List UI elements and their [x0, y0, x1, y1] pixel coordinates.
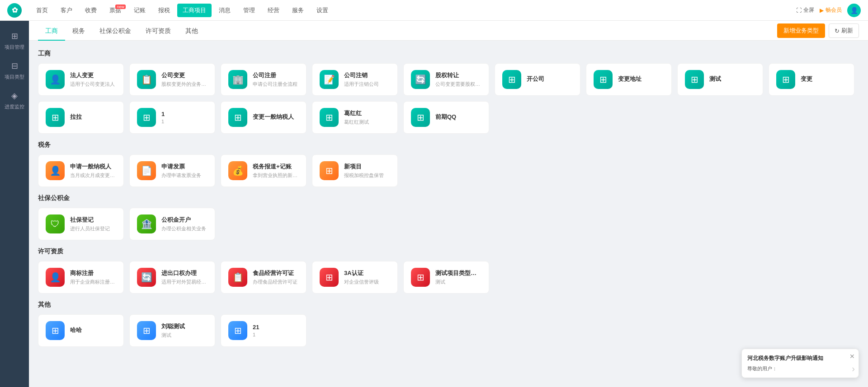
card-social-insurance-registration[interactable]: 🛡 社保登记 进行人员社保登记: [38, 208, 124, 240]
tab-license[interactable]: 许可资质: [138, 23, 178, 41]
card-equity-transfer[interactable]: 🔄 股权转让 公司变更需要股权转让: [403, 63, 489, 96]
card-icon-test: ⊞: [685, 70, 704, 89]
card-icon-company-registration: 🏢: [228, 70, 247, 89]
notification-close-button[interactable]: ✕: [849, 353, 855, 360]
section-title-license: 许可资质: [38, 247, 859, 256]
project-types-icon: ⊟: [8, 60, 21, 72]
card-icon-one: ⊞: [137, 108, 156, 127]
nav-business[interactable]: 工商项目: [177, 4, 212, 17]
nav-services[interactable]: 服务: [287, 4, 309, 17]
card-icon-company-cancellation: 📝: [320, 70, 339, 89]
tab-business[interactable]: 工商: [38, 23, 65, 41]
card-icon-housing-fund: 🏦: [137, 214, 156, 233]
cards-grid-other: ⊞ 哈哈 ⊞ 刘聪测试 测试 ⊞ 21 1: [38, 314, 859, 347]
card-icon-open-company: ⊞: [502, 70, 521, 89]
progress-monitor-icon: ◈: [8, 89, 21, 102]
app-logo: ✿: [7, 3, 22, 18]
card-icon-import-export: 🔄: [137, 268, 156, 287]
card-early-qq[interactable]: ⊞ 前期QQ: [403, 101, 489, 134]
nav-settings[interactable]: 设置: [311, 4, 334, 17]
nav-clients[interactable]: 客户: [55, 4, 78, 17]
card-icon-legal-person-change: 👤: [46, 70, 65, 89]
section-title-business: 工商: [38, 50, 859, 58]
refresh-button[interactable]: ↻ 刷新: [829, 23, 859, 38]
card-one[interactable]: ⊞ 1 1: [129, 101, 215, 134]
card-change[interactable]: ⊞ 变更: [769, 63, 854, 96]
sidebar-item-progress-monitor[interactable]: ◈ 进度监控: [0, 85, 29, 115]
card-apply-taxpayer[interactable]: 👤 申请一般纳税人 当月或次月成变更完成: [38, 154, 124, 187]
play-icon: ▶: [820, 7, 824, 14]
nav-tax[interactable]: 报税: [153, 4, 175, 17]
notification-text: 尊敬的用户：: [747, 365, 853, 373]
tab-social-insurance[interactable]: 社保公积金: [92, 23, 138, 41]
nav-admin[interactable]: 管理: [238, 4, 260, 17]
page-content: 工商 👤 法人变更 适用于公司变更法人 📋 公司变更 股权变更外的业务变更 🏢: [29, 41, 868, 361]
card-info-legal-person-change: 法人变更 适用于公司变更法人: [70, 71, 116, 88]
section-title-other: 其他: [38, 301, 859, 309]
card-legal-person-change[interactable]: 👤 法人变更 适用于公司变更法人: [38, 63, 124, 96]
card-new-project[interactable]: ⊞ 新项目 报税加税控盘保管: [312, 154, 398, 187]
card-company-change[interactable]: 📋 公司变更 股权变更外的业务变更: [129, 63, 215, 96]
user-avatar[interactable]: 👤: [847, 4, 861, 17]
section-title-social-insurance: 社保公积金: [38, 194, 859, 202]
card-trademark-registration[interactable]: 👤 商标注册 用于企业商标注册服务: [38, 261, 124, 294]
card-icon-company-change: 📋: [137, 70, 156, 89]
card-icon-haha: ⊞: [46, 321, 65, 340]
nav-operations[interactable]: 经营: [262, 4, 285, 17]
nav-menu: 首页 客户 收费 票据 new 记账 报税 工商项目 消息 管理 经营 服务 设…: [31, 4, 796, 17]
add-business-type-button[interactable]: 新增业务类型: [777, 23, 825, 38]
tab-tax[interactable]: 税务: [65, 23, 92, 41]
nav-home[interactable]: 首页: [31, 4, 53, 17]
card-apply-invoice[interactable]: 📄 申请发票 办理申请发票业务: [129, 154, 215, 187]
nav-right-actions: ⛶ 全屏 ▶ 畅会员 👤: [796, 4, 861, 17]
card-icon-equity-transfer: 🔄: [411, 70, 430, 89]
avatar-icon: 👤: [850, 7, 858, 14]
card-test-type-definition[interactable]: ⊞ 测试项目类型目定义 测试: [403, 261, 489, 294]
refresh-icon: ↻: [835, 28, 840, 34]
card-icon-early-qq: ⊞: [411, 108, 430, 127]
cards-grid-social-insurance: 🛡 社保登记 进行人员社保登记 🏦 公积金开户 办理公积金相关业务: [38, 208, 859, 240]
card-haha[interactable]: ⊞ 哈哈: [38, 314, 124, 347]
card-change-taxpayer[interactable]: ⊞ 变更一般纳税人: [221, 101, 307, 134]
card-icon-new-project: ⊞: [320, 161, 339, 180]
card-icon-tax-reporting: 💰: [228, 161, 247, 180]
nav-messages[interactable]: 消息: [213, 4, 236, 17]
card-change-address[interactable]: ⊞ 变更地址: [586, 63, 672, 96]
card-tax-reporting[interactable]: 💰 税务报道+记账 拿到营业执照的新公司: [221, 154, 307, 187]
card-test[interactable]: ⊞ 测试: [677, 63, 763, 96]
nav-tickets[interactable]: 票据 new: [104, 4, 127, 17]
sidebar-item-project-management[interactable]: ⊞ 项目管理: [0, 25, 29, 55]
tab-bar: 工商 税务 社保公积金 许可资质 其他: [29, 21, 868, 41]
card-icon-apply-invoice: 📄: [137, 161, 156, 180]
card-3a-certification[interactable]: ⊞ 3A认证 对企业信誉评级: [312, 261, 398, 294]
card-housing-fund[interactable]: 🏦 公积金开户 办理公积金相关业务: [129, 208, 215, 240]
card-liucong-test[interactable]: ⊞ 刘聪测试 测试: [129, 314, 215, 347]
project-management-icon: ⊞: [8, 30, 21, 42]
tab-other[interactable]: 其他: [178, 23, 205, 41]
card-icon-liucong-test: ⊞: [137, 321, 156, 340]
fullscreen-button[interactable]: ⛶ 全屏: [796, 6, 814, 14]
card-ge-honghong[interactable]: ⊞ 葛红红 葛红红测试: [312, 101, 398, 134]
card-import-export[interactable]: 🔄 进出口权办理 适用于对外贸易经营者: [129, 261, 215, 294]
header-actions: 新增业务类型 ↻ 刷新: [777, 23, 859, 38]
section-title-tax: 税务: [38, 141, 859, 149]
card-icon-social-insurance-registration: 🛡: [46, 214, 65, 233]
card-21[interactable]: ⊞ 21 1: [221, 314, 307, 347]
card-icon-change: ⊞: [776, 70, 795, 89]
card-company-cancellation[interactable]: 📝 公司注销 适用于注销公司: [312, 63, 398, 96]
card-lala[interactable]: ⊞ 拉拉: [38, 101, 124, 134]
nav-billing[interactable]: 收费: [80, 4, 102, 17]
tab-bar-wrapper: 工商 税务 社保公积金 许可资质 其他 新增业务类型 ↻ 刷新: [29, 21, 868, 41]
membership-button[interactable]: ▶ 畅会员: [820, 6, 842, 14]
nav-accounting[interactable]: 记账: [128, 4, 151, 17]
sidebar-item-project-types[interactable]: ⊟ 项目类型: [0, 55, 29, 85]
card-icon-change-address: ⊞: [594, 70, 613, 89]
card-open-company[interactable]: ⊞ 开公司: [495, 63, 580, 96]
card-food-license[interactable]: 📋 食品经营许可证 办理食品经营许可证: [221, 261, 307, 294]
card-icon-ge-honghong: ⊞: [320, 108, 339, 127]
card-icon-trademark-registration: 👤: [46, 268, 65, 287]
notification-title: 河北税务数字账户升级影响通知: [747, 354, 853, 362]
card-company-registration[interactable]: 🏢 公司注册 申请公司注册全流程: [221, 63, 307, 96]
notification-popup: ✕ 河北税务数字账户升级影响通知 尊敬的用户： ›: [741, 349, 859, 378]
card-icon-change-taxpayer: ⊞: [228, 108, 247, 127]
